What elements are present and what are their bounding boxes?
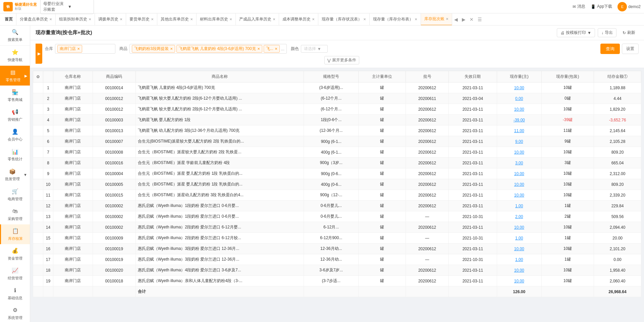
tab-qi-ta-chu[interactable]: 其他出库单历史 ✕ (157, 13, 197, 25)
cell-stock-main[interactable]: 10.00 (497, 168, 541, 179)
tab-xian-cun-fen[interactable]: 现存量（库存分布表） ✕ (370, 13, 421, 25)
tab-close-all-btn[interactable]: ✕ (468, 13, 476, 25)
cell-expiry: 2021-03-11 (449, 265, 497, 276)
cell-stock-main[interactable]: 10.00 (497, 179, 541, 190)
goods-tag-1[interactable]: 飞鹤奶粉3段两提装 ✕ (132, 45, 175, 53)
cell-stock-main[interactable]: 11.00 (497, 125, 541, 136)
warehouse-tag-1[interactable]: 南岸门店 ✕ (57, 45, 82, 53)
print-btn[interactable]: 🖨 按模板打印 ▼ (557, 28, 595, 37)
sidebar-item-member[interactable]: 👤 会员中心 (0, 125, 30, 145)
cell-stock-main[interactable]: 0.00 (497, 93, 541, 104)
messages-btn[interactable]: ✉ 消息 (573, 4, 585, 9)
warehouse-tag-container[interactable]: 南岸门店 ✕ (55, 44, 115, 54)
refresh-btn[interactable]: ↻ 刷新 (619, 29, 639, 37)
expand-conditions-btn[interactable]: ⋁ 展开更多条件 (324, 56, 359, 64)
tab-menu-btn[interactable]: ☰ (476, 13, 484, 25)
warehouse-tag-remove[interactable]: ✕ (77, 47, 80, 51)
cell-batch: 20200612 (406, 104, 449, 115)
table-row: 16 南岸门店 00100019 惠氏启赋（Wyeth illuma）3段奶粉 … (33, 244, 641, 254)
goods-tag-3-remove[interactable]: ✕ (275, 47, 277, 51)
cell-stock-main[interactable]: -39.00 (497, 115, 541, 125)
sidebar-expand-btn[interactable]: ▶ (36, 44, 42, 64)
tab-close-icon[interactable]: ✕ (229, 17, 232, 21)
cell-stock-main[interactable]: 10.00 (497, 265, 541, 276)
tab-close-icon[interactable]: ✕ (446, 17, 448, 21)
cell-stock-main[interactable]: 1.00 (497, 254, 541, 265)
goods-tag-2-remove[interactable]: ✕ (257, 47, 260, 51)
cell-stock-main[interactable]: 10.00 (497, 147, 541, 158)
sidebar-item-wholesale[interactable]: 📦 批发管理 ▼ (0, 165, 30, 185)
cell-goods-name: 惠氏启赋（Wyeth illuma）2段奶粉 爱尔兰进口 6-12月婴... (136, 222, 304, 233)
tab-zu-chai[interactable]: 组装拆卸单历史 ✕ (56, 13, 95, 25)
goods-tag-3[interactable]: 飞... ✕ (264, 45, 280, 53)
sidebar-item-finance[interactable]: 💰 资金管理 (0, 244, 30, 264)
tab-close-icon[interactable]: ✕ (190, 17, 193, 21)
goods-more[interactable]: ... (281, 47, 284, 51)
goods-tag-2[interactable]: 飞鹤星飞帆 儿童奶粉 4段(3-6岁适用) 700克 ✕ (176, 45, 262, 53)
tab-close-icon[interactable]: ✕ (273, 17, 275, 21)
total-cell-warehouse (53, 286, 93, 297)
sidebar-search[interactable]: 🔍 搜索英单 (0, 25, 30, 45)
tab-close-icon[interactable]: ✕ (312, 17, 315, 21)
tab-prev-btn[interactable]: ◀ (452, 13, 460, 25)
tab-close-icon[interactable]: ✕ (120, 17, 122, 21)
tab-home[interactable]: 首页 (1, 13, 16, 25)
sidebar-quicknav[interactable]: ⭐ 快捷导航 (0, 46, 30, 65)
tab-close-icon[interactable]: ✕ (89, 17, 91, 21)
sidebar-item-retail-stats[interactable]: 📊 零售统计 (0, 145, 30, 165)
cell-stock-main[interactable]: 3.00 (497, 158, 541, 168)
cell-stock-pkg: 10罐 (541, 276, 594, 286)
cell-stock-main[interactable]: 10.00 (497, 244, 541, 254)
cell-stock-main[interactable]: 10.00 (497, 190, 541, 201)
export-btn[interactable]: ↓ 导出 (598, 28, 616, 37)
sidebar-item-marketing[interactable]: 📢 营销推广 (0, 105, 30, 125)
page-header: 现存量查询(按仓库+批次) 🖨 按模板打印 ▼ ↓ 导出 ↻ 刷新 (30, 25, 644, 40)
user-avatar[interactable]: E demo2 (618, 2, 641, 11)
sidebar-item-purchase[interactable]: 🛍 采购管理 (0, 205, 30, 224)
tab-fen-pan[interactable]: 分量盘点单历史 ✕ (16, 13, 56, 25)
tab-cai-liao[interactable]: 材料出库单历史 ✕ (197, 13, 236, 25)
cell-stock-main[interactable]: 10.00 (497, 83, 541, 93)
cell-settings (33, 136, 43, 147)
app-download-btn[interactable]: 📱 App下载 (591, 4, 612, 9)
goods-tag-1-remove[interactable]: ✕ (170, 47, 173, 51)
sidebar-item-retail-shop[interactable]: 🏪 零售商城 (0, 86, 30, 105)
tab-diao-bo[interactable]: 调拨单历史 ✕ (95, 13, 126, 25)
tab-chan-pin[interactable]: 产成品入库单历史 ✕ (236, 13, 279, 25)
col-settings[interactable]: ⚙ (33, 71, 43, 83)
cell-stock-main[interactable]: 10.00 (497, 222, 541, 233)
goods-tag-container[interactable]: 飞鹤奶粉3段两提装 ✕ 飞鹤星飞帆 儿童奶粉 4段(3-6岁适用) 700克 ✕… (129, 44, 287, 54)
sidebar-item-system[interactable]: ⚙ 系统管理 (0, 304, 30, 322)
query-btn[interactable]: 查询 (600, 44, 620, 54)
cell-no: 14 (43, 222, 53, 233)
sidebar-item-inventory[interactable]: 📋 库存核算 (0, 224, 30, 244)
sidebar-item-ecommerce[interactable]: 🛒 电商管理 (0, 185, 30, 205)
cell-stock-pkg: 9罐 (541, 136, 594, 147)
cell-stock-main[interactable]: 10.00 (497, 104, 541, 115)
sidebar-item-operation[interactable]: 📈 经营管理 (0, 264, 30, 284)
color-select[interactable]: 请选择 ▼ (301, 45, 328, 53)
cell-stock-main[interactable]: 1.00 (497, 233, 541, 244)
tab-close-icon[interactable]: ✕ (151, 17, 154, 21)
cell-balance: 509.56 (594, 211, 641, 222)
tab-xian-cun-ku[interactable]: 现存量（库存状况表） ✕ (318, 13, 370, 25)
sidebar-item-basic[interactable]: ℹ 基础信息 (0, 284, 30, 304)
account-dropdown[interactable]: 母婴行业演示账套 ▼ (40, 0, 94, 14)
sidebar-item-retail-mgmt[interactable]: ▤ 零售管理 ▶ (0, 66, 30, 86)
cell-stock-main[interactable]: 9.00 (497, 136, 541, 147)
tab-close-icon[interactable]: ✕ (415, 17, 417, 21)
tab-close-icon[interactable]: ✕ (49, 17, 52, 21)
tab-cheng-ben[interactable]: 成本调整单历史 ✕ (279, 13, 318, 25)
cell-stock-main[interactable]: 2.00 (497, 211, 541, 222)
settings-btn[interactable]: 设置 (622, 44, 639, 54)
wholesale-icon: 📦 (9, 168, 16, 175)
cell-settings (33, 222, 43, 233)
cell-goods-code: 00100019 (93, 254, 136, 265)
tab-ku-cun-pi[interactable]: 库存批次账 ✕ (421, 13, 452, 25)
cell-stock-main[interactable]: 10.00 (497, 276, 541, 286)
cell-stock-main[interactable]: 1.00 (497, 201, 541, 211)
cell-settings (33, 147, 43, 158)
tab-next-btn[interactable]: ▶ (460, 13, 468, 25)
tab-yao-huo[interactable]: 要货单历史 ✕ (126, 13, 157, 25)
tab-close-icon[interactable]: ✕ (363, 17, 366, 21)
